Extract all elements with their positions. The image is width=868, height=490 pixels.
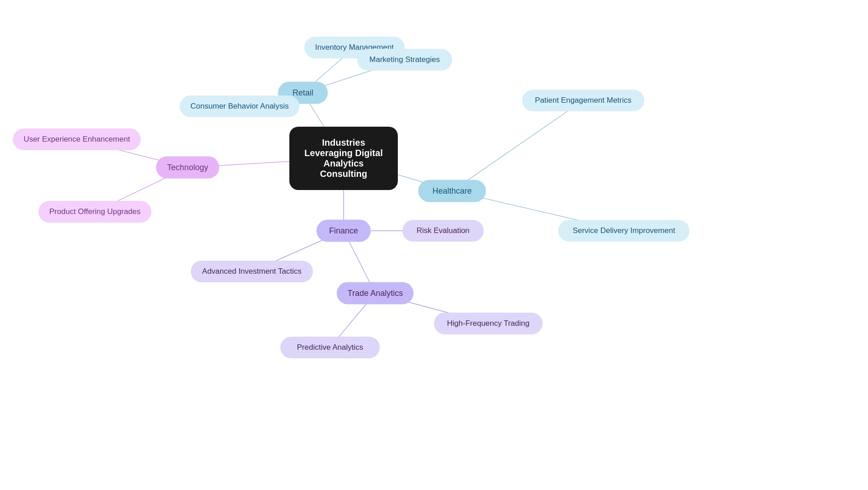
advanced-investment-node[interactable]: Advanced Investment Tactics	[191, 261, 313, 282]
user-experience-node[interactable]: User Experience Enhancement	[13, 128, 141, 150]
healthcare-node[interactable]: Healthcare	[418, 180, 486, 202]
trade-analytics-node[interactable]: Trade Analytics	[337, 282, 414, 304]
technology-node[interactable]: Technology	[156, 157, 219, 179]
predictive-analytics-node[interactable]: Predictive Analytics	[280, 337, 380, 358]
patient-engagement-node[interactable]: Patient Engagement Metrics	[522, 90, 644, 111]
service-delivery-node[interactable]: Service Delivery Improvement	[558, 220, 689, 242]
finance-node[interactable]: Finance	[316, 220, 371, 242]
risk-evaluation-node[interactable]: Risk Evaluation	[402, 220, 484, 242]
product-offering-node[interactable]: Product Offering Upgrades	[38, 201, 151, 223]
marketing-strategies-node[interactable]: Marketing Strategies	[357, 49, 452, 71]
center-node[interactable]: Industries Leveraging Digital Analytics …	[289, 127, 398, 190]
svg-line-5	[452, 100, 583, 191]
consumer-behavior-node[interactable]: Consumer Behavior Analysis	[179, 95, 299, 117]
high-frequency-trading-node[interactable]: High-Frequency Trading	[434, 313, 542, 334]
